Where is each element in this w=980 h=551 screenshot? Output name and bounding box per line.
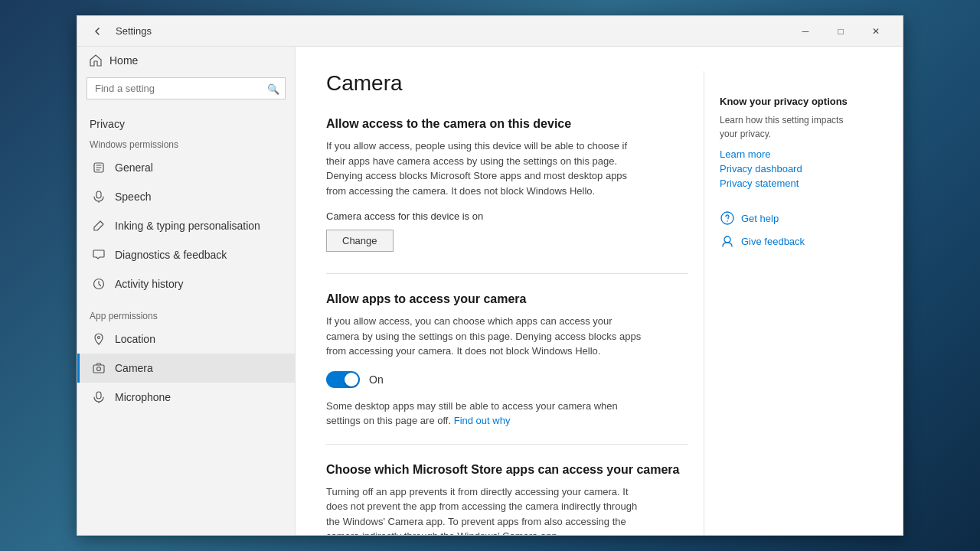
section-divider-2 xyxy=(326,444,688,445)
svg-point-4 xyxy=(98,337,100,339)
sidebar-item-general[interactable]: General xyxy=(77,153,295,182)
titlebar: Settings ─ □ ✕ xyxy=(77,16,903,47)
location-icon xyxy=(92,332,106,346)
svg-point-9 xyxy=(721,212,733,224)
section3-title: Choose which Microsoft Store apps can ac… xyxy=(326,463,688,477)
microphone-icon xyxy=(92,390,106,404)
activity-label: Activity history xyxy=(115,278,183,290)
search-container: 🔍 xyxy=(87,77,286,99)
home-label: Home xyxy=(109,54,138,67)
inking-label: Inking & typing personalisation xyxy=(115,220,260,232)
inking-icon xyxy=(92,219,106,233)
search-icon: 🔍 xyxy=(267,83,279,94)
right-panel: Know your privacy options Learn how this… xyxy=(704,71,872,535)
learn-more-link[interactable]: Learn more xyxy=(720,148,857,160)
section1-title: Allow access to the camera on this devic… xyxy=(326,117,688,131)
help-icon xyxy=(720,210,735,226)
section2-title: Allow apps to access your camera xyxy=(326,292,688,306)
section-divider-1 xyxy=(326,273,688,274)
note-text: Some desktop apps may still be able to a… xyxy=(326,399,648,429)
speech-icon xyxy=(92,190,106,204)
camera-status: Camera access for this device is on xyxy=(326,210,688,222)
activity-icon xyxy=(92,277,106,291)
settings-window: Settings ─ □ ✕ Home 🔍 xyxy=(77,15,903,536)
general-icon xyxy=(92,161,106,174)
sidebar-item-location[interactable]: Location xyxy=(77,324,295,354)
section3-desc: Turning off an app prevents it from dire… xyxy=(326,484,648,536)
app-permissions-label: App permissions xyxy=(77,305,295,324)
page-title: Camera xyxy=(326,71,688,96)
window-title: Settings xyxy=(116,25,152,37)
svg-rect-5 xyxy=(93,365,104,373)
svg-rect-7 xyxy=(96,392,101,399)
location-label: Location xyxy=(115,333,155,345)
sidebar-item-home[interactable]: Home xyxy=(77,47,295,74)
privacy-label: Privacy xyxy=(77,109,295,133)
sidebar-item-microphone[interactable]: Microphone xyxy=(77,383,295,412)
section2-desc: If you allow access, you can choose whic… xyxy=(326,314,648,359)
svg-rect-1 xyxy=(96,191,101,198)
find-out-why-link[interactable]: Find out why xyxy=(454,415,511,426)
toggle-knob xyxy=(345,373,358,386)
camera-toggle[interactable] xyxy=(326,371,360,388)
microphone-label: Microphone xyxy=(115,391,171,403)
sidebar-item-diagnostics[interactable]: Diagnostics & feedback xyxy=(77,240,295,269)
svg-point-11 xyxy=(724,236,730,243)
camera-icon xyxy=(92,361,106,375)
close-button[interactable]: ✕ xyxy=(858,16,893,47)
give-feedback-label: Give feedback xyxy=(741,236,805,247)
speech-label: Speech xyxy=(115,191,151,203)
sidebar-item-inking[interactable]: Inking & typing personalisation xyxy=(77,211,295,240)
help-section: Get help Give feedback xyxy=(720,210,857,249)
sidebar-item-activity[interactable]: Activity history xyxy=(77,269,295,298)
minimize-button[interactable]: ─ xyxy=(788,16,823,47)
sidebar: Home 🔍 Privacy Windows permissions G xyxy=(77,47,296,535)
sidebar-item-camera[interactable]: Camera xyxy=(77,354,295,383)
maximize-button[interactable]: □ xyxy=(823,16,858,47)
camera-label: Camera xyxy=(115,362,153,374)
window-controls: ─ □ ✕ xyxy=(788,16,893,47)
search-input[interactable] xyxy=(87,77,286,99)
get-help-item[interactable]: Get help xyxy=(720,210,857,226)
get-help-label: Get help xyxy=(741,213,779,224)
main-content: Camera Allow access to the camera on thi… xyxy=(296,47,903,535)
windows-permissions-label: Windows permissions xyxy=(77,133,295,153)
give-feedback-item[interactable]: Give feedback xyxy=(720,233,857,249)
diagnostics-label: Diagnostics & feedback xyxy=(115,249,227,261)
sidebar-item-speech[interactable]: Speech xyxy=(77,182,295,211)
privacy-statement-link[interactable]: Privacy statement xyxy=(720,178,857,189)
right-panel-title: Know your privacy options xyxy=(720,96,857,107)
privacy-dashboard-link[interactable]: Privacy dashboard xyxy=(720,163,857,174)
general-label: General xyxy=(115,161,153,174)
svg-point-6 xyxy=(97,367,101,371)
svg-point-10 xyxy=(727,220,728,222)
toggle-label: On xyxy=(369,373,384,386)
content-area: Home 🔍 Privacy Windows permissions G xyxy=(77,47,903,535)
section1-desc: If you allow access, people using this d… xyxy=(326,139,648,198)
toggle-row: On xyxy=(326,371,688,388)
diagnostics-icon xyxy=(92,248,106,262)
home-icon xyxy=(90,54,102,67)
back-button[interactable] xyxy=(87,21,108,42)
change-button[interactable]: Change xyxy=(326,230,394,252)
feedback-icon xyxy=(720,233,735,249)
right-panel-desc: Learn how this setting impacts your priv… xyxy=(720,113,857,141)
